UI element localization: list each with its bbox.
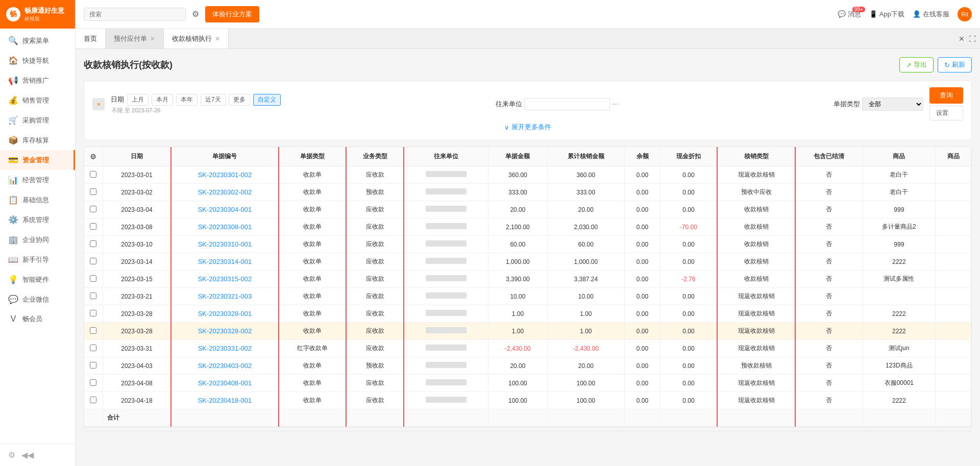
cell-checkbox[interactable]	[84, 218, 103, 236]
collapse-icon[interactable]: ◀◀	[21, 450, 34, 460]
tab-writeoff[interactable]: 收款核销执行 ✕	[164, 29, 229, 48]
settings-icon[interactable]: ⚙	[90, 153, 96, 161]
date-this-month[interactable]: 本月	[152, 94, 173, 106]
sidebar-item-guide[interactable]: 📖新手引导	[0, 250, 75, 269]
bill-no-link[interactable]: SK-20230301-002	[198, 171, 252, 179]
app-download-action[interactable]: 📱 App下载	[869, 10, 904, 19]
cell-biz-type: 预收款	[346, 184, 403, 201]
bill-type-select[interactable]: 全部 收款单 红字收款单	[862, 97, 923, 111]
bill-no-link[interactable]: SK-20230408-001	[198, 379, 252, 387]
solution-button[interactable]: 体验行业方案	[205, 6, 259, 22]
tab-predeposit[interactable]: 预付应付单 ✕	[106, 29, 164, 48]
close-tab-button[interactable]: ✕	[959, 35, 965, 43]
row-checkbox[interactable]	[90, 327, 96, 334]
bill-no-link[interactable]: SK-20230304-001	[198, 206, 252, 213]
cell-checkbox[interactable]	[84, 253, 103, 271]
messages-action[interactable]: 💬 消息 99+	[838, 10, 861, 19]
sidebar-item-operations[interactable]: 📊经营管理	[0, 170, 75, 190]
bill-no-link[interactable]: SK-20230314-001	[198, 258, 252, 265]
cell-checkbox[interactable]	[84, 236, 103, 253]
export-button[interactable]: ↗ 导出	[899, 57, 934, 72]
sidebar-item-hardware[interactable]: 💡智能硬件	[0, 269, 75, 289]
maximize-button[interactable]: ⛶	[969, 35, 976, 43]
table-h-scrollbar[interactable]	[84, 427, 971, 431]
row-checkbox[interactable]	[90, 240, 96, 247]
cell-checkbox[interactable]	[84, 392, 103, 409]
tab-writeoff-close[interactable]: ✕	[215, 35, 220, 42]
bill-no-link[interactable]: SK-20230418-001	[198, 397, 252, 404]
search-box[interactable]	[84, 8, 186, 21]
bill-no-link[interactable]: SK-20230328-001	[198, 310, 252, 317]
bill-no-link[interactable]: SK-20230331-002	[198, 345, 252, 352]
th-settings[interactable]: ⚙	[84, 147, 103, 166]
cell-partner	[404, 375, 488, 392]
settings-footer-icon[interactable]: ⚙	[8, 450, 15, 460]
sidebar-item-capital[interactable]: 💳资金管理	[0, 150, 75, 170]
partner-input[interactable]	[524, 98, 610, 110]
row-checkbox[interactable]	[90, 292, 96, 299]
sidebar-item-inventory[interactable]: 📦库存核算	[0, 130, 75, 150]
partner-dots[interactable]: ···	[612, 100, 619, 109]
sidebar-item-member[interactable]: V畅会员	[0, 309, 75, 329]
bill-no-link[interactable]: SK-20230403-002	[198, 362, 252, 370]
sidebar-item-basic[interactable]: 📋基础信息	[0, 190, 75, 210]
row-checkbox[interactable]	[90, 345, 96, 351]
cell-balance: 0.00	[625, 201, 660, 218]
cell-bill-type: 收款单	[279, 184, 347, 201]
refresh-button[interactable]: ↻ 刷新	[938, 57, 972, 72]
date-more[interactable]: 更多	[229, 94, 250, 106]
tab-home[interactable]: 首页	[76, 29, 106, 48]
row-checkbox[interactable]	[90, 379, 96, 386]
query-button[interactable]: 查询	[929, 87, 963, 104]
sidebar-item-marketing[interactable]: 📢营销推广	[0, 70, 75, 90]
bill-no-link[interactable]: SK-20230302-002	[198, 188, 252, 196]
sidebar-item-purchase[interactable]: 🛒采购管理	[0, 110, 75, 130]
row-checkbox[interactable]	[90, 206, 96, 212]
tab-writeoff-label: 收款核销执行	[172, 34, 212, 43]
row-checkbox[interactable]	[90, 171, 96, 178]
sidebar-item-sales[interactable]: 💰销售管理	[0, 90, 75, 110]
row-checkbox[interactable]	[90, 275, 96, 282]
cell-checkbox[interactable]	[84, 201, 103, 218]
search-input[interactable]	[84, 8, 186, 21]
row-checkbox[interactable]	[90, 310, 96, 316]
cell-checkbox[interactable]	[84, 305, 103, 323]
date-custom[interactable]: 自定义	[253, 94, 281, 106]
bill-no-link[interactable]: SK-20230321-003	[198, 292, 252, 300]
tab-actions: ✕ ⛶	[954, 29, 980, 48]
bill-no-link[interactable]: SK-20230310-001	[198, 240, 252, 248]
row-checkbox[interactable]	[90, 258, 96, 264]
row-checkbox[interactable]	[90, 188, 96, 195]
partner-filter-label: 往来单位	[496, 100, 522, 109]
row-checkbox[interactable]	[90, 397, 96, 403]
cell-checkbox[interactable]	[84, 184, 103, 201]
sidebar-item-system[interactable]: ⚙️系统管理	[0, 210, 75, 230]
cell-checkbox[interactable]	[84, 288, 103, 305]
sidebar-item-search[interactable]: 🔍搜索菜单	[0, 31, 75, 51]
cell-checkbox[interactable]	[84, 166, 103, 184]
cell-checkbox[interactable]	[84, 323, 103, 340]
service-action[interactable]: 👤 在线客服	[913, 10, 949, 19]
sidebar-item-wechat[interactable]: 💬企业微信	[0, 289, 75, 309]
bill-no-link[interactable]: SK-20230328-002	[198, 327, 252, 335]
sidebar-item-enterprise[interactable]: 🏢企业协同	[0, 230, 75, 250]
tab-predeposit-close[interactable]: ✕	[150, 35, 155, 42]
cell-checkbox[interactable]	[84, 340, 103, 357]
bill-no-link[interactable]: SK-20230308-001	[198, 223, 252, 231]
gear-icon[interactable]: ⚙	[192, 9, 199, 19]
cell-amount: 1.00	[488, 305, 547, 323]
bill-no-link[interactable]: SK-20230315-002	[198, 275, 252, 283]
date-this-year[interactable]: 本年	[176, 94, 198, 106]
cell-checkbox[interactable]	[84, 357, 103, 375]
row-checkbox[interactable]	[90, 223, 96, 230]
cell-checkbox[interactable]	[84, 375, 103, 392]
cell-checkbox[interactable]	[84, 271, 103, 288]
expand-more-button[interactable]: ∨ 展开更多条件	[504, 122, 551, 132]
filter-collapse-button[interactable]: »	[92, 98, 105, 110]
sidebar-item-quicknav[interactable]: 🏠快捷导航	[0, 51, 75, 70]
date-last-month[interactable]: 上月	[127, 94, 149, 106]
filter-settings-button[interactable]: 设置	[929, 106, 963, 120]
user-avatar[interactable]: Rit	[958, 7, 972, 21]
row-checkbox[interactable]	[90, 362, 96, 369]
date-last-7-days[interactable]: 近7天	[201, 94, 226, 106]
